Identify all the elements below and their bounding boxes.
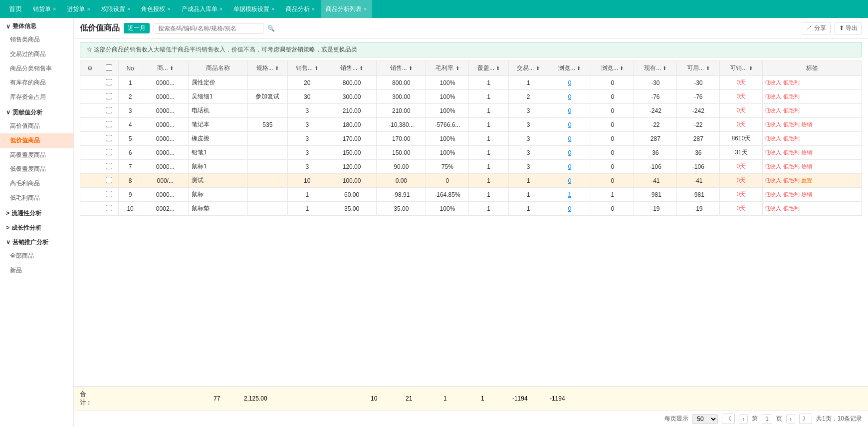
sidebar-item-sales-goods[interactable]: 销售类商品 bbox=[0, 32, 73, 47]
row-checkbox[interactable] bbox=[100, 174, 118, 188]
col-browse2[interactable]: 浏览... ⬆ bbox=[591, 61, 634, 76]
col-coverage[interactable]: 覆盖... ⬆ bbox=[469, 61, 508, 76]
sidebar-item-all-goods[interactable]: 全部商品 bbox=[0, 249, 73, 263]
browse1-link[interactable]: 0 bbox=[568, 205, 571, 212]
select-all-checkbox[interactable] bbox=[106, 64, 112, 71]
sidebar-item-high-margin[interactable]: 高毛利商品 bbox=[0, 176, 73, 191]
browse1-link[interactable]: 0 bbox=[568, 177, 571, 184]
row-cb[interactable] bbox=[106, 205, 112, 211]
col-browse1[interactable]: 浏览... ⬆ bbox=[548, 61, 591, 76]
row-cb[interactable] bbox=[106, 93, 112, 99]
col-sale-num[interactable]: 销售... ⬆ bbox=[287, 61, 327, 76]
nav-role[interactable]: 角色授权 × bbox=[136, 0, 175, 18]
row-browse1[interactable]: 0 bbox=[548, 132, 591, 146]
next-page-btn[interactable]: › bbox=[786, 415, 795, 424]
row-browse1[interactable]: 0 bbox=[548, 202, 591, 216]
browse1-link[interactable]: 0 bbox=[568, 79, 571, 86]
row-browse1[interactable]: 0 bbox=[548, 146, 591, 160]
sidebar-group-marketing[interactable]: ∨ 营销推广分析 bbox=[0, 234, 73, 249]
row-checkbox[interactable] bbox=[100, 76, 118, 90]
row-checkbox[interactable] bbox=[100, 132, 118, 146]
row-cb[interactable] bbox=[106, 107, 112, 113]
sidebar-item-low-margin[interactable]: 低毛利商品 bbox=[0, 191, 73, 205]
row-browse1[interactable]: 0 bbox=[548, 90, 591, 104]
nav-purchase[interactable]: 进货单 × bbox=[62, 0, 95, 18]
share-btn[interactable]: ↗ 分享 bbox=[802, 22, 830, 34]
row-checkbox[interactable] bbox=[100, 118, 118, 132]
nav-purchase-close[interactable]: × bbox=[87, 6, 90, 12]
nav-sales[interactable]: 销货单 × bbox=[28, 0, 61, 18]
nav-product-analysis-list-close[interactable]: × bbox=[364, 6, 367, 12]
sidebar-group-contribution[interactable]: ∨ 贡献值分析 bbox=[0, 104, 73, 119]
nav-role-close[interactable]: × bbox=[167, 6, 170, 12]
browse1-link[interactable]: 0 bbox=[568, 149, 571, 156]
nav-template-close[interactable]: × bbox=[271, 6, 274, 12]
sidebar-item-low-value[interactable]: 低价值商品 bbox=[0, 133, 73, 148]
row-checkbox[interactable] bbox=[100, 146, 118, 160]
browse1-link[interactable]: 0 bbox=[568, 93, 571, 100]
col-sale-amount2[interactable]: 销售... ⬆ bbox=[377, 61, 426, 76]
col-code[interactable]: 商... ⬆ bbox=[142, 61, 189, 76]
page-size-select[interactable]: 50 100 200 bbox=[692, 414, 718, 424]
nav-permission[interactable]: 权限设置 × bbox=[96, 0, 135, 18]
col-sellable[interactable]: 可销... ⬆ bbox=[720, 61, 763, 76]
row-cb[interactable] bbox=[106, 121, 112, 127]
nav-template[interactable]: 单据模板设置 × bbox=[228, 0, 279, 18]
row-browse1[interactable]: 0 bbox=[548, 76, 591, 90]
col-available[interactable]: 可用... ⬆ bbox=[677, 61, 720, 76]
table-wrapper[interactable]: ⚙ No 商... ⬆ 商品名称 规格... ⬆ 销售... ⬆ 销售... ⬆… bbox=[74, 60, 868, 386]
nav-product-in[interactable]: 产成品入库单 × bbox=[177, 0, 227, 18]
browse1-link[interactable]: 1 bbox=[568, 191, 571, 198]
nav-product-analysis[interactable]: 商品分析 × bbox=[281, 0, 320, 18]
sidebar-item-high-value[interactable]: 高价值商品 bbox=[0, 119, 73, 133]
nav-product-analysis-close[interactable]: × bbox=[312, 6, 315, 12]
row-browse1[interactable]: 0 bbox=[548, 160, 591, 174]
prev-page-btn[interactable]: ‹ bbox=[739, 415, 748, 424]
col-name[interactable]: 商品名称 bbox=[189, 61, 248, 76]
nav-product-analysis-list[interactable]: 商品分析列表 × bbox=[321, 0, 372, 18]
col-sale-amount1[interactable]: 销售... ⬆ bbox=[327, 61, 376, 76]
row-checkbox[interactable] bbox=[100, 104, 118, 118]
col-settings[interactable]: ⚙ bbox=[80, 61, 100, 76]
row-cb[interactable] bbox=[106, 79, 112, 85]
browse1-link[interactable]: 0 bbox=[568, 107, 571, 114]
col-transaction[interactable]: 交易... ⬆ bbox=[508, 61, 548, 76]
sidebar-item-traded-goods[interactable]: 交易过的商品 bbox=[0, 47, 73, 61]
col-spec[interactable]: 规格... ⬆ bbox=[248, 61, 287, 76]
sidebar-item-stock-goods[interactable]: 有库存的商品 bbox=[0, 75, 73, 90]
first-page-btn[interactable]: 《 bbox=[722, 414, 735, 424]
row-cb[interactable] bbox=[106, 177, 112, 183]
row-browse1[interactable]: 0 bbox=[548, 174, 591, 188]
row-cb[interactable] bbox=[106, 135, 112, 141]
browse1-link[interactable]: 0 bbox=[568, 135, 571, 142]
row-browse1[interactable]: 0 bbox=[548, 118, 591, 132]
nav-permission-close[interactable]: × bbox=[127, 6, 130, 12]
last-page-btn[interactable]: 》 bbox=[799, 414, 812, 424]
col-stock[interactable]: 现有... ⬆ bbox=[634, 61, 677, 76]
search-icon[interactable]: 🔍 bbox=[267, 25, 275, 32]
sidebar-group-overall[interactable]: ∨ 整体信息 bbox=[0, 18, 73, 32]
row-checkbox[interactable] bbox=[100, 202, 118, 216]
row-browse1[interactable]: 1 bbox=[548, 188, 591, 202]
recent-btn[interactable]: 近一月 bbox=[124, 23, 150, 33]
nav-home[interactable]: 首页 bbox=[4, 0, 27, 18]
browse1-link[interactable]: 0 bbox=[568, 121, 571, 128]
sidebar-item-low-coverage[interactable]: 低覆盖度商品 bbox=[0, 162, 73, 176]
col-margin[interactable]: 毛利率 ⬆ bbox=[426, 61, 469, 76]
nav-sales-close[interactable]: × bbox=[53, 6, 56, 12]
sidebar-item-new-goods[interactable]: 新品 bbox=[0, 263, 73, 278]
row-cb[interactable] bbox=[106, 149, 112, 155]
sidebar-group-circulation[interactable]: > 流通性分析 bbox=[0, 205, 73, 220]
row-checkbox[interactable] bbox=[100, 90, 118, 104]
export-btn[interactable]: ⬆ 导出 bbox=[835, 22, 862, 34]
row-checkbox[interactable] bbox=[100, 160, 118, 174]
row-browse1[interactable]: 0 bbox=[548, 104, 591, 118]
row-checkbox[interactable] bbox=[100, 188, 118, 202]
sidebar-item-high-coverage[interactable]: 高覆盖度商品 bbox=[0, 148, 73, 162]
row-cb[interactable] bbox=[106, 191, 112, 197]
browse1-link[interactable]: 0 bbox=[568, 163, 571, 170]
nav-product-in-close[interactable]: × bbox=[219, 6, 222, 12]
search-input[interactable] bbox=[154, 23, 263, 34]
row-cb[interactable] bbox=[106, 163, 112, 169]
sidebar-item-category-sales[interactable]: 商品分类销售率 bbox=[0, 61, 73, 76]
